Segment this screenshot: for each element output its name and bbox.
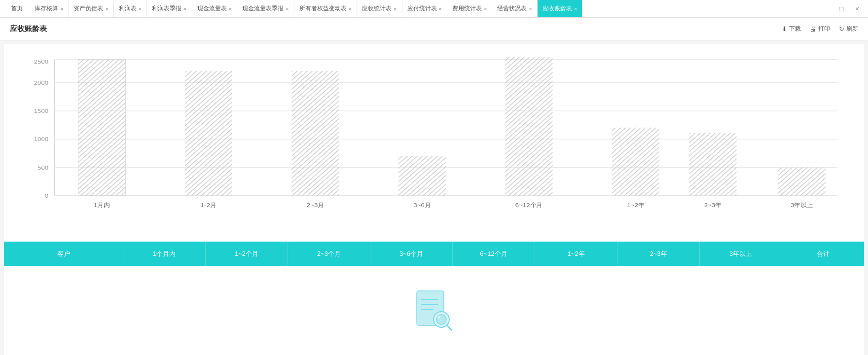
tab-profit-close[interactable]: × xyxy=(139,6,142,12)
tab-receivable-stat[interactable]: 应收统计表 × xyxy=(357,0,402,18)
tab-operation-close[interactable]: × xyxy=(529,6,532,12)
svg-rect-17 xyxy=(185,71,232,196)
svg-rect-23 xyxy=(778,168,826,196)
th-customer: 客户 xyxy=(4,242,123,266)
svg-rect-20 xyxy=(505,57,552,196)
svg-text:500: 500 xyxy=(37,164,48,171)
chart-area: 0 500 1000 1500 2000 2500 xyxy=(4,44,864,242)
th-2-3month: 2~3个月 xyxy=(288,242,370,266)
tab-receivable-stat-close[interactable]: × xyxy=(394,6,397,12)
download-button[interactable]: ⬇ 下载 xyxy=(782,25,801,33)
tab-expense-stat[interactable]: 费用统计表 × xyxy=(447,0,492,18)
svg-point-40 xyxy=(437,316,440,319)
tab-cashflow-quarterly[interactable]: 现金流量表季报 × xyxy=(237,0,294,18)
tab-profit-quarterly[interactable]: 利润表季报 × xyxy=(147,0,192,18)
th-1month: 1个月内 xyxy=(123,242,206,266)
tab-receivable-stat-label: 应收统计表 xyxy=(362,4,392,13)
svg-text:1月内: 1月内 xyxy=(94,202,110,209)
header-actions: ⬇ 下载 🖨 打印 ↻ 刷新 xyxy=(782,25,858,33)
tab-payable-stat-label: 应付统计表 xyxy=(407,4,437,13)
print-button[interactable]: 🖨 打印 xyxy=(810,25,830,33)
svg-text:2~3年: 2~3年 xyxy=(704,202,722,209)
svg-rect-19 xyxy=(398,156,446,196)
tab-home[interactable]: 首页 xyxy=(4,4,30,13)
tab-equity[interactable]: 所有者权益变动表 × xyxy=(294,0,357,18)
th-3year-plus: 3年以上 xyxy=(700,242,782,266)
refresh-label: 刷新 xyxy=(846,25,858,33)
svg-line-39 xyxy=(447,325,452,330)
close-window-button[interactable]: × xyxy=(850,2,864,16)
svg-text:1000: 1000 xyxy=(34,136,48,142)
svg-text:1500: 1500 xyxy=(34,108,48,114)
tab-expense-stat-close[interactable]: × xyxy=(484,6,487,12)
th-3-6month: 3~6个月 xyxy=(370,242,453,266)
tab-profit-quarterly-label: 利润表季报 xyxy=(152,4,181,13)
empty-illustration xyxy=(409,286,459,335)
page-title: 应收账龄表 xyxy=(10,24,47,34)
svg-text:2~3月: 2~3月 xyxy=(307,202,324,209)
chart-svg: 0 500 1000 1500 2000 2500 xyxy=(19,54,849,222)
svg-rect-16 xyxy=(78,60,125,196)
tab-aging-label: 应收账龄表 xyxy=(542,4,572,13)
tab-cashflow-quarterly-label: 现金流量表季报 xyxy=(242,4,284,13)
table-header: 客户 1个月内 1~2个月 2~3个月 3~6个月 6~12个月 1~2年 2~… xyxy=(4,242,864,266)
tab-profit-label: 利润表 xyxy=(119,4,137,13)
tab-cashflow-label: 现金流量表 xyxy=(197,4,227,13)
th-6-12month: 6~12个月 xyxy=(453,242,535,266)
tab-inventory-label: 库存核算 xyxy=(35,4,58,13)
page-header: 应收账龄表 ⬇ 下载 🖨 打印 ↻ 刷新 xyxy=(0,18,868,40)
tab-cashflow[interactable]: 现金流量表 × xyxy=(192,0,237,18)
tab-equity-label: 所有者权益变动表 xyxy=(299,4,347,13)
tab-bar: 首页 库存核算 × 资产负债表 × 利润表 × 利润表季报 × 现金流量表 × … xyxy=(0,0,868,18)
tab-operation[interactable]: 经营状况表 × xyxy=(492,0,537,18)
th-total: 合计 xyxy=(782,242,864,266)
tab-payable-stat-close[interactable]: × xyxy=(439,6,442,12)
tab-balance-close[interactable]: × xyxy=(105,6,108,12)
download-icon: ⬇ xyxy=(782,25,787,33)
svg-text:3~6月: 3~6月 xyxy=(413,202,431,209)
th-1-2month: 1~2个月 xyxy=(206,242,288,266)
refresh-icon: ↻ xyxy=(839,25,844,33)
tab-inventory-close[interactable]: × xyxy=(60,6,63,12)
restore-window-button[interactable]: □ xyxy=(834,2,848,16)
tab-expense-stat-label: 费用统计表 xyxy=(452,4,482,13)
svg-rect-22 xyxy=(689,133,736,196)
svg-rect-21 xyxy=(612,128,659,196)
th-1-2year: 1~2年 xyxy=(535,242,617,266)
main-content: 0 500 1000 1500 2000 2500 xyxy=(4,44,864,355)
tab-profit-quarterly-close[interactable]: × xyxy=(183,6,186,12)
tab-aging-close[interactable]: × xyxy=(574,6,577,12)
svg-text:1-2月: 1-2月 xyxy=(201,202,217,209)
tab-aging[interactable]: 应收账龄表 × xyxy=(538,0,582,18)
tab-cashflow-close[interactable]: × xyxy=(229,6,232,12)
svg-rect-18 xyxy=(291,71,339,196)
tab-balance-label: 资产负债表 xyxy=(73,4,103,13)
svg-text:6~12个月: 6~12个月 xyxy=(515,202,542,209)
svg-text:2000: 2000 xyxy=(34,79,48,86)
refresh-button[interactable]: ↻ 刷新 xyxy=(839,25,858,33)
tab-controls: □ × xyxy=(834,2,864,16)
svg-text:0: 0 xyxy=(45,193,48,199)
tab-profit[interactable]: 利润表 × xyxy=(114,0,147,18)
download-label: 下载 xyxy=(789,25,801,33)
tab-payable-stat[interactable]: 应付统计表 × xyxy=(402,0,447,18)
tab-balance[interactable]: 资产负债表 × xyxy=(69,0,113,18)
print-label: 打印 xyxy=(818,25,830,33)
th-2-3year: 2~3年 xyxy=(617,242,700,266)
empty-state xyxy=(4,266,864,355)
tab-equity-close[interactable]: × xyxy=(349,6,352,12)
tab-inventory[interactable]: 库存核算 × xyxy=(30,0,69,18)
tab-cashflow-quarterly-close[interactable]: × xyxy=(286,6,289,12)
print-icon: 🖨 xyxy=(810,25,816,33)
tab-operation-label: 经营状况表 xyxy=(497,4,527,13)
svg-text:2500: 2500 xyxy=(34,59,48,65)
svg-text:3年以上: 3年以上 xyxy=(791,202,813,209)
svg-text:1~2年: 1~2年 xyxy=(627,202,644,209)
